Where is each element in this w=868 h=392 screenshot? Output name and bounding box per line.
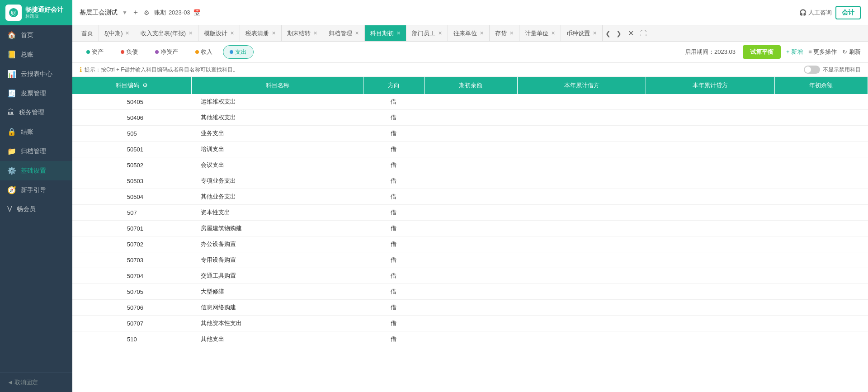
tip-bar: ℹ 提示：按Ctrl + F键并输入科目编码或者科目名称可以查找科目。 不显示禁… <box>72 63 868 77</box>
settings-icon[interactable]: ⚙ <box>144 9 150 16</box>
table-row[interactable]: 50504 其他业务支出 借 <box>72 189 868 205</box>
help-button[interactable]: 🎧 人工咨询 <box>799 9 832 17</box>
add-tab-icon[interactable]: ＋ <box>132 8 139 17</box>
sidebar-item-member[interactable]: V畅会员 <box>0 200 72 219</box>
tab-next-button[interactable]: ❯ <box>613 30 624 37</box>
company-dropdown-icon[interactable]: ▼ <box>122 9 127 16</box>
tab-close-icon[interactable]: ✕ <box>593 30 597 36</box>
table-row[interactable]: 50702 办公设备购置 借 <box>72 236 868 252</box>
refresh-button[interactable]: ↻ 刷新 <box>842 48 861 56</box>
col-ytd-debit: 本年累计借方 <box>518 77 646 94</box>
tab-unit[interactable]: 计量单位✕ <box>519 25 561 42</box>
row-name: 资本性支出 <box>192 205 363 221</box>
table-row[interactable]: 50501 培训支出 借 <box>72 142 868 157</box>
balance-button[interactable]: 试算平衡 <box>743 45 781 59</box>
tab-period_end[interactable]: 期末结转✕ <box>282 25 323 42</box>
logo-icon: 财 <box>5 5 22 21</box>
tab-close-icon[interactable]: ✕ <box>125 30 129 36</box>
tip-message: 提示：按Ctrl + F键并输入科目编码或者科目名称可以查找科目。 <box>85 66 238 74</box>
cat-tab-liability[interactable]: 负债 <box>114 45 145 59</box>
expand-tabs-button[interactable]: ⛶ <box>637 30 649 37</box>
close-all-tabs-button[interactable]: ✕ <box>624 29 637 38</box>
tab-close-icon[interactable]: ✕ <box>189 30 193 36</box>
table-row[interactable]: 50405 运维维权支出 借 <box>72 94 868 110</box>
tab-close-icon[interactable]: ✕ <box>313 30 317 36</box>
tab-stock[interactable]: 存货✕ <box>490 25 519 42</box>
sidebar-item-reports[interactable]: 📊云报表中心 <box>0 64 72 84</box>
tab-close-icon[interactable]: ✕ <box>230 30 234 36</box>
table-row[interactable]: 50707 其他资本性支出 借 <box>72 316 868 331</box>
tab-income_annual[interactable]: 收入支出表(年报)✕ <box>135 25 198 42</box>
tab-close-icon[interactable]: ✕ <box>355 30 359 36</box>
sidebar-item-settings[interactable]: ⚙️基础设置 <box>0 161 72 180</box>
period-label: 账期 <box>154 9 166 17</box>
tab-template[interactable]: 模版设计✕ <box>198 25 240 42</box>
tab-label: 首页 <box>81 29 93 38</box>
table-row[interactable]: 50706 信息网络购建 借 <box>72 300 868 316</box>
tab-close-icon[interactable]: ✕ <box>438 30 442 36</box>
toggle-control[interactable] <box>804 66 820 74</box>
account-button[interactable]: 会计 <box>835 6 861 19</box>
cat-tab-equity[interactable]: 净资产 <box>148 45 185 59</box>
cat-dot-asset <box>86 50 90 54</box>
tab-label: 币种设置 <box>566 29 590 38</box>
tab-interim[interactable]: ξ(中期)✕ <box>99 25 135 42</box>
table-row[interactable]: 505 业务支出 借 <box>72 126 868 142</box>
row-ytd-debit <box>518 316 646 331</box>
sidebar-item-tax[interactable]: 🏛税务管理 <box>0 103 72 122</box>
calendar-icon[interactable]: 📅 <box>193 9 201 16</box>
row-code: 50707 <box>72 316 192 331</box>
tab-subject_init[interactable]: 科目期初✕ <box>365 25 406 42</box>
table-row[interactable]: 50701 房屋建筑物购建 借 <box>72 221 868 236</box>
sidebar-item-home[interactable]: 🏠首页 <box>0 25 72 45</box>
table-row[interactable]: 50704 交通工具购置 借 <box>72 268 868 284</box>
tab-close-icon[interactable]: ✕ <box>551 30 555 36</box>
tab-tax_clear[interactable]: 税表清册✕ <box>240 25 282 42</box>
cat-tab-asset[interactable]: 资产 <box>80 45 110 59</box>
sidebar-item-invoice[interactable]: 🧾发票管理 <box>0 84 72 103</box>
row-ytd-credit <box>646 284 774 300</box>
tab-partner[interactable]: 往来单位✕ <box>448 25 490 42</box>
cat-tab-expense[interactable]: 支出 <box>223 45 254 59</box>
guide-icon: 🧭 <box>7 186 16 194</box>
tab-prev-button[interactable]: ❮ <box>603 30 613 37</box>
table-row[interactable]: 50406 其他维权支出 借 <box>72 110 868 126</box>
tab-close-icon[interactable]: ✕ <box>509 30 514 36</box>
col-direction: 方向 <box>363 77 425 94</box>
row-code: 50502 <box>72 157 192 173</box>
row-ytd-credit <box>646 252 774 268</box>
sidebar-footer-pin[interactable]: ◄ 取消固定 <box>0 373 72 392</box>
tab-home[interactable]: 首页 <box>76 25 99 42</box>
sidebar-item-close[interactable]: 🔒结账 <box>0 122 72 142</box>
tab-dept_staff[interactable]: 部门员工✕ <box>406 25 448 42</box>
table-row[interactable]: 50502 会议支出 借 <box>72 157 868 173</box>
tab-close-icon[interactable]: ✕ <box>480 30 484 36</box>
tab-archive_mgmt[interactable]: 归档管理✕ <box>323 25 365 42</box>
cat-tab-income[interactable]: 收入 <box>189 45 219 59</box>
row-ytd-credit <box>646 316 774 331</box>
sidebar-item-label: 总账 <box>21 51 33 59</box>
row-code: 50406 <box>72 110 192 126</box>
row-opening <box>424 331 517 347</box>
col-settings-icon[interactable]: ⚙ <box>142 82 148 89</box>
main-area: 基层工会测试 ▼ ＋ ⚙ 账期 2023-03 📅 🎧 人工咨询 会计 首页ξ(… <box>72 0 868 392</box>
info-icon: ℹ <box>80 66 82 73</box>
sidebar-item-label: 基础设置 <box>21 167 46 175</box>
sidebar-item-archive[interactable]: 📁归档管理 <box>0 142 72 161</box>
table-row[interactable]: 510 其他支出 借 <box>72 331 868 347</box>
tab-currency[interactable]: 币种设置✕ <box>561 25 603 42</box>
cat-label: 资产 <box>92 48 104 56</box>
table-row[interactable]: 507 资本性支出 借 <box>72 205 868 221</box>
tab-close-icon[interactable]: ✕ <box>396 30 401 36</box>
table-row[interactable]: 50503 专项业务支出 借 <box>72 173 868 189</box>
tab-label: 存货 <box>495 29 507 38</box>
more-button[interactable]: ≡ 更多操作 <box>808 48 837 56</box>
table-row[interactable]: 50703 专用设备购置 借 <box>72 252 868 268</box>
row-code: 50501 <box>72 142 192 157</box>
add-button[interactable]: + 新增 <box>786 48 803 56</box>
sidebar-item-guide[interactable]: 🧭新手引导 <box>0 180 72 200</box>
sidebar-item-ledger[interactable]: 📒总账 <box>0 45 72 64</box>
disable-toggle[interactable]: 不显示禁用科目 <box>804 66 861 74</box>
table-row[interactable]: 50705 大型修缮 借 <box>72 284 868 300</box>
tab-close-icon[interactable]: ✕ <box>272 30 276 36</box>
